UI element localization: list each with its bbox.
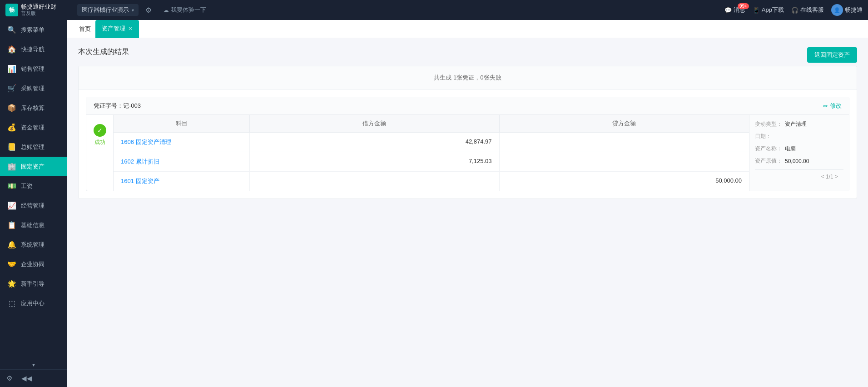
sidebar-icon-system: 🔔 <box>7 240 16 249</box>
sidebar-label-sales: 销售管理 <box>21 65 45 73</box>
user-area[interactable]: 👤 畅捷通 <box>831 4 863 16</box>
sidebar-icon-purchase: 🛒 <box>7 84 16 93</box>
tab-close-icon[interactable]: ✕ <box>128 25 133 32</box>
sidebar-item-inventory[interactable]: 📦库存核算 <box>0 98 67 118</box>
right-info-panel: 变动类型： 资产清理 日期： 资产名称： 电脑 <box>749 115 849 191</box>
sidebar-item-purchase[interactable]: 🛒采购管理 <box>0 79 67 98</box>
sidebar-icon-inventory: 📦 <box>7 104 16 112</box>
main-layout: 🔍搜索菜单🏠快捷导航📊销售管理🛒采购管理📦库存核算💰资金管理📒总账管理🏢固定资产… <box>0 20 868 387</box>
sidebar-item-search[interactable]: 🔍搜索菜单 <box>0 20 67 40</box>
messages-button[interactable]: 💬 消息 99+ <box>724 6 745 14</box>
pagination[interactable]: < 1/1 > <box>755 169 843 184</box>
sidebar-bottom: ⚙ ◀◀ <box>0 369 67 387</box>
col-debit: 借方金额 <box>250 115 500 132</box>
sidebar-item-basics[interactable]: 📋基础信息 <box>0 215 67 235</box>
date-label: 日期： <box>755 133 780 140</box>
success-icon: ✓ <box>94 124 106 137</box>
sidebar-label-finance: 资金管理 <box>21 124 45 132</box>
cell-subject-0: 1606 固定资产清理 <box>114 133 250 152</box>
result-panel: 共生成 1张凭证，0张失败 凭证字号：记-003 ✏ 修改 <box>78 66 857 199</box>
sidebar-item-sales[interactable]: 📊销售管理 <box>0 59 67 79</box>
sidebar-item-guide[interactable]: 🌟新手引导 <box>0 274 67 293</box>
edit-button[interactable]: ✏ 修改 <box>823 102 842 110</box>
header-right: 💬 消息 99+ 📱 App下载 🎧 在线客服 👤 畅捷通 <box>724 4 863 16</box>
cell-subject-2: 1601 固定资产 <box>114 172 250 191</box>
sidebar-item-ledger[interactable]: 📒总账管理 <box>0 137 67 157</box>
asset-name-value: 电脑 <box>785 145 796 153</box>
sidebar-settings-icon[interactable]: ⚙ <box>6 374 12 382</box>
app-download-button[interactable]: 📱 App下载 <box>753 6 784 14</box>
sidebar-scroll-down[interactable]: ▼ <box>0 360 67 369</box>
download-icon: 📱 <box>753 7 760 14</box>
table-main: 科目 借方金额 贷方金额 1606 固定资产清理 42,874.97 1602 … <box>114 115 749 191</box>
success-col: ✓ 成功 <box>86 115 114 191</box>
sidebar-item-salary[interactable]: 💵工资 <box>0 176 67 196</box>
sidebar-label-basics: 基础信息 <box>21 221 45 229</box>
company-dropdown-icon: ▾ <box>132 8 134 13</box>
sidebar-label-search: 搜索菜单 <box>21 26 45 34</box>
sidebar-label-app-center: 应用中心 <box>21 299 45 308</box>
edit-icon: ✏ <box>823 103 828 109</box>
sidebar-item-quick-nav[interactable]: 🏠快捷导航 <box>0 40 67 59</box>
table-header: 科目 借方金额 贷方金额 <box>114 115 749 133</box>
logo-icon: 畅 <box>5 4 18 16</box>
online-service-button[interactable]: 🎧 在线客服 <box>791 6 824 14</box>
change-type-label: 变动类型： <box>755 120 782 128</box>
cell-debit-0: 42,874.97 <box>250 133 500 152</box>
tabs-bar: 首页 资产管理 ✕ <box>67 20 868 38</box>
sidebar-icon-ledger: 📒 <box>7 143 16 151</box>
page-content: 本次生成的结果 返回固定资产 共生成 1张凭证，0张失败 凭证字号：记-003 … <box>67 38 868 387</box>
tab-asset-mgmt[interactable]: 资产管理 ✕ <box>95 20 139 38</box>
sidebar-label-purchase: 采购管理 <box>21 84 45 93</box>
content-area: 首页 资产管理 ✕ 本次生成的结果 返回固定资产 共生成 1张凭证，0张失败 凭… <box>67 20 868 387</box>
col-subject: 科目 <box>114 115 250 132</box>
page-title: 本次生成的结果 <box>78 47 857 57</box>
sidebar-icon-quick-nav: 🏠 <box>7 45 16 54</box>
experience-button[interactable]: ☁ 我要体验一下 <box>163 6 206 14</box>
logo-text: 畅捷通好业财 <box>21 3 56 10</box>
user-avatar: 👤 <box>831 4 843 16</box>
sidebar-label-enterprise: 企业协同 <box>21 260 45 268</box>
sidebar-item-fixed-assets[interactable]: 🏢固定资产 <box>0 157 67 176</box>
company-selector[interactable]: 医疗器械行业演示 ▾ <box>77 4 139 16</box>
settings-button[interactable]: ⚙ <box>141 3 156 17</box>
sidebar-icon-operations: 📈 <box>7 201 16 210</box>
sidebar-icon-finance: 💰 <box>7 123 16 132</box>
asset-value-value: 50,000.00 <box>785 158 809 164</box>
sidebar-icon-fixed-assets: 🏢 <box>7 162 16 171</box>
sidebar-label-operations: 经营管理 <box>21 202 45 210</box>
logo-sub: 普及版 <box>21 10 56 17</box>
cell-credit-2: 50,000.00 <box>500 172 749 191</box>
return-button[interactable]: 返回固定资产 <box>807 47 857 63</box>
asset-value-row: 资产原值： 50,000.00 <box>755 157 843 165</box>
asset-name-row: 资产名称： 电脑 <box>755 145 843 153</box>
cell-debit-2 <box>250 172 500 191</box>
sidebar-icon-search: 🔍 <box>7 25 16 34</box>
voucher-section: 凭证字号：记-003 ✏ 修改 ✓ 成功 <box>86 97 849 191</box>
sidebar-label-salary: 工资 <box>21 182 33 190</box>
table-rows: 1606 固定资产清理 42,874.97 1602 累计折旧 7,125.03… <box>114 133 749 191</box>
sidebar-item-operations[interactable]: 📈经营管理 <box>0 196 67 215</box>
message-icon: 💬 <box>724 7 732 14</box>
sidebar-item-app-center[interactable]: ⬚应用中心 <box>0 293 67 313</box>
sidebar-item-enterprise[interactable]: 🤝企业协同 <box>0 254 67 274</box>
sidebar-scroll: 🔍搜索菜单🏠快捷导航📊销售管理🛒采购管理📦库存核算💰资金管理📒总账管理🏢固定资产… <box>0 20 67 360</box>
company-name: 医疗器械行业演示 <box>82 6 129 14</box>
voucher-no: 凭证字号：记-003 <box>94 102 141 110</box>
table-row: 1602 累计折旧 7,125.03 <box>114 152 749 172</box>
sidebar-item-finance[interactable]: 💰资金管理 <box>0 118 67 137</box>
sidebar-item-system[interactable]: 🔔系统管理 <box>0 235 67 254</box>
cell-debit-1: 7,125.03 <box>250 152 500 171</box>
sidebar-collapse-icon[interactable]: ◀◀ <box>21 374 32 382</box>
sidebar-label-fixed-assets: 固定资产 <box>21 163 45 171</box>
logo-area: 畅 畅捷通好业财 普及版 <box>5 3 73 17</box>
change-type-value: 资产清理 <box>785 120 807 128</box>
sidebar: 🔍搜索菜单🏠快捷导航📊销售管理🛒采购管理📦库存核算💰资金管理📒总账管理🏢固定资产… <box>0 20 67 387</box>
sidebar-icon-app-center: ⬚ <box>7 299 16 308</box>
col-credit: 贷方金额 <box>500 115 749 132</box>
sidebar-icon-sales: 📊 <box>7 64 16 73</box>
sidebar-icon-salary: 💵 <box>7 182 16 190</box>
service-icon: 🎧 <box>791 7 799 14</box>
table-row: 1606 固定资产清理 42,874.97 <box>114 133 749 152</box>
tab-home[interactable]: 首页 <box>74 20 95 38</box>
